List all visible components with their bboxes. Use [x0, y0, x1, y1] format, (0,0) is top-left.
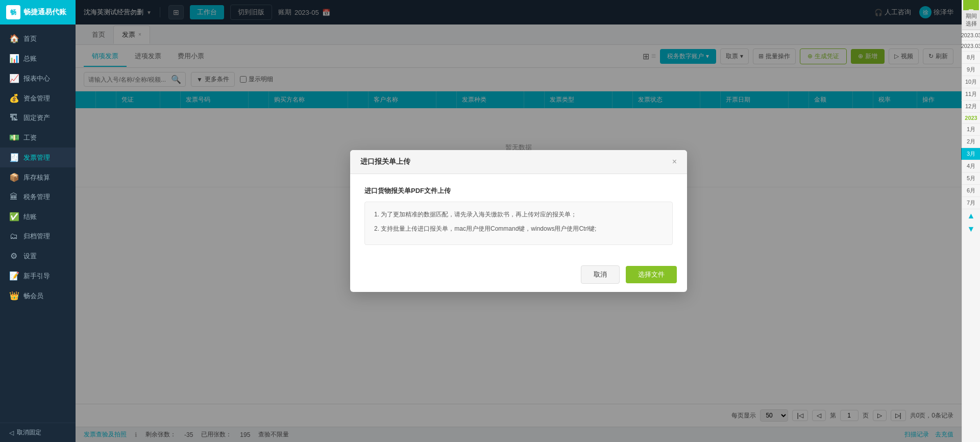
- logo-icon: 畅: [6, 5, 20, 19]
- sidebar: 畅 畅捷通易代账 🏠首页📊总账📈报表中心💰资金管理🏗固定资产💵工资🧾发票管理📦库…: [0, 0, 76, 442]
- main-content: 沈海英测试经营勿删 ▼ ⊞ 工作台 切到旧版 账期 2023-05 📅 🎧 人工…: [76, 0, 962, 442]
- right-panel: 开票日期 期间选择 2023.032023.038月9月10月11月12月202…: [962, 0, 980, 442]
- sidebar-label-1: 总账: [23, 54, 37, 63]
- modal-overlay: 进口报关单上传 × 进口货物报关单PDF文件上传 1. 为了更加精准的数据匹配，…: [76, 0, 962, 442]
- sidebar-icon-9: ✅: [9, 212, 18, 222]
- period-item-10[interactable]: 3月: [961, 148, 980, 160]
- modal-header: 进口报关单上传 ×: [350, 150, 687, 174]
- sidebar-icon-13: 👑: [9, 291, 18, 301]
- sidebar-item-资金管理[interactable]: 💰资金管理: [0, 88, 76, 108]
- period-item-3[interactable]: 9月: [961, 64, 980, 76]
- period-item-7[interactable]: 2023: [961, 113, 980, 124]
- open-date-btn[interactable]: 开票日期: [963, 0, 979, 10]
- sidebar-icon-3: 💰: [9, 93, 18, 103]
- sidebar-label-8: 税务管理: [23, 192, 50, 202]
- sidebar-label-0: 首页: [23, 34, 37, 43]
- sidebar-label-2: 报表中心: [23, 74, 50, 83]
- sidebar-item-首页[interactable]: 🏠首页: [0, 29, 76, 48]
- sidebar-item-畅会员[interactable]: 👑畅会员: [0, 286, 76, 306]
- sidebar-label-10: 归档管理: [23, 232, 50, 241]
- period-item-0[interactable]: 2023.03: [961, 30, 980, 41]
- sidebar-item-归档管理[interactable]: 🗂归档管理: [0, 227, 76, 246]
- sidebar-item-结账[interactable]: ✅结账: [0, 207, 76, 227]
- sidebar-item-工资[interactable]: 💵工资: [0, 128, 76, 148]
- import-modal: 进口报关单上传 × 进口货物报关单PDF文件上传 1. 为了更加精准的数据匹配，…: [350, 150, 687, 292]
- sidebar-label-3: 资金管理: [23, 94, 50, 103]
- sidebar-icon-5: 💵: [9, 133, 18, 142]
- sidebar-item-设置[interactable]: ⚙设置: [0, 246, 76, 266]
- period-up-btn[interactable]: ▲: [965, 209, 977, 223]
- sidebar-label-6: 发票管理: [23, 153, 50, 162]
- sidebar-footer-label: 取消固定: [17, 428, 41, 437]
- sidebar-icon-7: 📦: [9, 173, 18, 182]
- logo-text: 畅捷通易代账: [23, 8, 66, 17]
- sidebar-nav: 🏠首页📊总账📈报表中心💰资金管理🏗固定资产💵工资🧾发票管理📦库存核算🏛税务管理✅…: [0, 24, 76, 423]
- sidebar-item-库存核算[interactable]: 📦库存核算: [0, 167, 76, 187]
- period-list: 2023.032023.038月9月10月11月12月20231月2月3月4月5…: [961, 30, 980, 209]
- sidebar-item-报表中心[interactable]: 📈报表中心: [0, 68, 76, 88]
- sidebar-icon-12: 📝: [9, 271, 18, 281]
- pin-icon: ◁: [9, 429, 14, 436]
- sidebar-logo: 畅 畅捷通易代账: [0, 0, 76, 24]
- period-item-8[interactable]: 1月: [961, 124, 980, 136]
- period-item-2[interactable]: 8月: [961, 52, 980, 64]
- period-item-5[interactable]: 11月: [961, 88, 980, 101]
- sidebar-item-发票管理[interactable]: 🧾发票管理: [0, 148, 76, 167]
- sidebar-item-固定资产[interactable]: 🏗固定资产: [0, 108, 76, 128]
- sidebar-item-税务管理[interactable]: 🏛税务管理: [0, 187, 76, 207]
- modal-info-item-0: 1. 为了更加精准的数据匹配，请先录入海关缴款书，再上传对应的报关单；: [374, 209, 663, 220]
- sidebar-icon-0: 🏠: [9, 34, 18, 43]
- sidebar-icon-1: 📊: [9, 54, 18, 63]
- period-item-9[interactable]: 2月: [961, 136, 980, 148]
- modal-cancel-button[interactable]: 取消: [581, 265, 620, 284]
- modal-confirm-button[interactable]: 选择文件: [626, 266, 677, 283]
- sidebar-icon-6: 🧾: [9, 153, 18, 162]
- sidebar-label-4: 固定资产: [23, 113, 50, 122]
- sidebar-label-12: 新手引导: [23, 272, 50, 281]
- period-item-13[interactable]: 6月: [961, 185, 980, 197]
- period-item-11[interactable]: 4月: [961, 160, 980, 173]
- period-down-btn[interactable]: ▼: [965, 223, 977, 236]
- period-item-6[interactable]: 12月: [961, 101, 980, 113]
- sidebar-label-5: 工资: [23, 133, 37, 142]
- sidebar-icon-11: ⚙: [9, 251, 18, 261]
- period-header: 期间选择: [962, 10, 980, 30]
- modal-info-item-1: 2. 支持批量上传进口报关单，mac用户使用Command键，windows用户…: [374, 224, 663, 235]
- sidebar-icon-10: 🗂: [9, 232, 18, 241]
- modal-body: 进口货物报关单PDF文件上传 1. 为了更加精准的数据匹配，请先录入海关缴款书，…: [350, 174, 687, 257]
- period-item-12[interactable]: 5月: [961, 173, 980, 185]
- sidebar-label-7: 库存核算: [23, 173, 50, 182]
- period-item-14[interactable]: 7月: [961, 197, 980, 209]
- sidebar-item-总账[interactable]: 📊总账: [0, 48, 76, 68]
- modal-footer: 取消 选择文件: [350, 257, 687, 292]
- modal-info-box: 1. 为了更加精准的数据匹配，请先录入海关缴款书，再上传对应的报关单；2. 支持…: [364, 202, 673, 245]
- sidebar-icon-2: 📈: [9, 73, 18, 83]
- sidebar-footer-item[interactable]: ◁ 取消固定: [0, 423, 76, 442]
- sidebar-label-13: 畅会员: [23, 291, 43, 301]
- modal-section-title: 进口货物报关单PDF文件上传: [364, 186, 673, 195]
- sidebar-item-新手引导[interactable]: 📝新手引导: [0, 266, 76, 286]
- sidebar-label-9: 结账: [23, 212, 37, 222]
- period-item-4[interactable]: 10月: [961, 76, 980, 88]
- period-item-1[interactable]: 2023.03: [961, 41, 980, 52]
- sidebar-icon-8: 🏛: [9, 192, 18, 202]
- sidebar-icon-4: 🏗: [9, 113, 18, 122]
- period-header-label: 期间选择: [966, 13, 977, 27]
- sidebar-label-11: 设置: [23, 252, 37, 261]
- modal-title: 进口报关单上传: [360, 157, 410, 166]
- modal-close-button[interactable]: ×: [672, 157, 677, 166]
